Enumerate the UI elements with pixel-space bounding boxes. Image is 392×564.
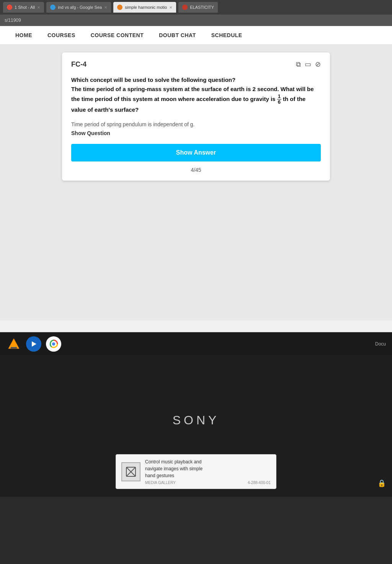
vlc-icon[interactable] (6, 336, 21, 352)
tab-icon-1shot (7, 5, 12, 10)
nav-doubt-chat[interactable]: DOUBT CHAT (159, 32, 196, 38)
media-gallery-label: MEDIA GALLERY (145, 481, 176, 485)
card-header: FC-4 ⧉ ▭ ⊘ (71, 60, 321, 68)
tab-icon-harmonic (117, 5, 122, 10)
tab-close-1shot[interactable]: ✕ (37, 5, 40, 10)
navbar: HOME COURSES COURSE CONTENT DOUBT CHAT S… (0, 26, 392, 45)
question-card: FC-4 ⧉ ▭ ⊘ Which concept will be used to… (62, 52, 330, 181)
nav-home[interactable]: HOME (15, 32, 32, 38)
fraction-denominator: 6 (277, 99, 281, 105)
show-answer-button[interactable]: Show Answer (71, 144, 321, 161)
media-gallery-icon (121, 462, 140, 481)
bookmark-icon[interactable]: ⧉ (296, 60, 301, 68)
nav-courses[interactable]: COURSES (47, 32, 75, 38)
notification-bar: Control music playback and navigate imag… (116, 454, 276, 489)
tab-close-harmonic[interactable]: ✕ (169, 5, 172, 10)
nav-course-content[interactable]: COURSE CONTENT (91, 32, 144, 38)
tab-label-elasticity: ELASTICITY (190, 5, 214, 10)
tab-label-harmonic: simple harmonic motio (125, 5, 167, 10)
lock-icon[interactable]: 🔒 (377, 479, 386, 487)
question-main: Which concept will be used to solve the … (71, 77, 235, 83)
notification-code: MEDIA GALLERY (145, 481, 203, 485)
page-indicator: 4/45 (71, 167, 321, 173)
tab-google[interactable]: ind vs afg - Google Sea ✕ (46, 2, 111, 13)
question-text: Which concept will be used to solve the … (71, 75, 321, 114)
svg-rect-1 (11, 347, 17, 349)
tab-harmonic[interactable]: simple harmonic motio ✕ (113, 2, 176, 13)
notification-product-code: 4-288-400-01 (248, 481, 271, 485)
chrome-icon[interactable] (46, 336, 61, 352)
tab-icon-elasticity (182, 5, 188, 10)
card-icons: ⧉ ▭ ⊘ (296, 60, 321, 68)
fraction-numerator: 1 (277, 94, 281, 99)
svg-point-4 (52, 342, 55, 346)
tab-icon-google (50, 5, 56, 10)
video-player-icon[interactable] (26, 336, 41, 352)
notification-text-line1: Control music playback and navigate imag… (145, 458, 203, 479)
show-question-button[interactable]: Show Question (71, 130, 321, 136)
tab-label-1shot: 1 Shot - All (15, 5, 35, 10)
website-content: HOME COURSES COURSE CONTENT DOUBT CHAT S… (0, 26, 392, 332)
tab-close-google[interactable]: ✕ (104, 5, 107, 10)
tab-elasticity[interactable]: ELASTICITY (178, 2, 218, 13)
tab-1shot[interactable]: 1 Shot - All ✕ (3, 2, 44, 13)
card-title: FC-4 (71, 60, 87, 68)
answer-hint: Time period of spring pendulum is indepe… (71, 121, 321, 129)
fraction: 1 6 (277, 94, 281, 105)
sony-logo: SONY (173, 413, 220, 427)
tab-label-google: ind vs afg - Google Sea (58, 5, 102, 10)
address-bar[interactable]: s/11909 (0, 15, 392, 26)
content-area: FC-4 ⧉ ▭ ⊘ Which concept will be used to… (0, 45, 392, 320)
block-icon[interactable]: ⊘ (315, 60, 321, 68)
svg-marker-2 (32, 341, 36, 347)
taskbar: Docu (0, 332, 392, 355)
laptop-area: SONY Control music playback and navigate… (0, 355, 392, 497)
docu-label: Docu (375, 341, 386, 347)
browser-chrome: 1 Shot - All ✕ ind vs afg - Google Sea ✕… (0, 0, 392, 15)
nav-schedule[interactable]: SCHEDULE (211, 32, 242, 38)
copy-icon[interactable]: ▭ (305, 60, 311, 68)
notification-content: Control music playback and navigate imag… (145, 458, 203, 485)
address-text: s/11909 (5, 18, 21, 23)
